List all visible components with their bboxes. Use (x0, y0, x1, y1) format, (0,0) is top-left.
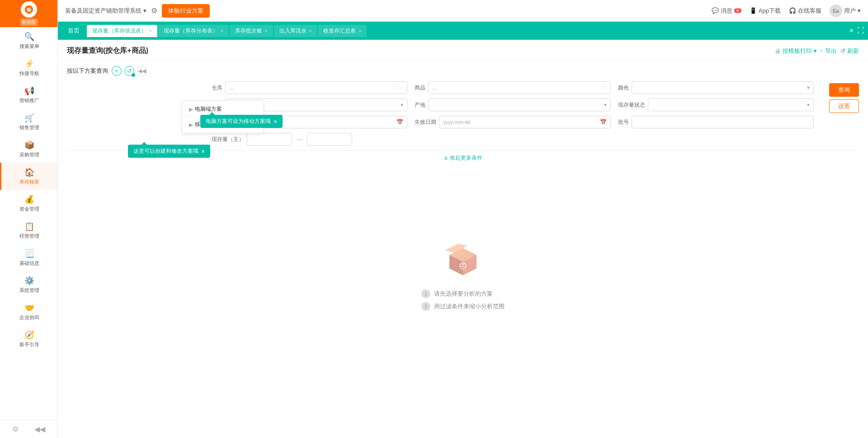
filter-warehouse-placeholder: ... (229, 85, 234, 91)
sidebar-item-sales-label: 销售管理 (19, 124, 39, 131)
user-label: 用户 (844, 7, 856, 15)
sidebar-item-marketing[interactable]: 📢 营销推广 (0, 81, 57, 108)
filter-label: 按以下方案查询 (67, 67, 108, 75)
scheme-tooltip-close[interactable]: × (274, 118, 277, 125)
tab-receive-summary-label: 收发存汇总表 (323, 27, 356, 35)
phone-icon: 📱 (750, 7, 757, 14)
scheme-tooltip: 电脑方案可设为移动方案哦 × (200, 115, 283, 128)
sidebar-item-sales[interactable]: 🛒 销售管理 (0, 108, 57, 136)
online-support-btn[interactable]: 🎧 在线客服 (789, 7, 821, 15)
tab-close-all-btn[interactable]: × (849, 27, 854, 35)
tab-inventory-status[interactable]: 现存量（库存状况表） × (87, 25, 157, 37)
tab-batch-account[interactable]: 库存批次账 × (230, 25, 273, 37)
refresh-btn[interactable]: ↺ 刷新 (840, 47, 859, 55)
search-btn[interactable]: 查询 (829, 83, 859, 97)
sidebar-item-enterprise[interactable]: 🤝 企业协同 (0, 298, 57, 325)
sidebar-item-guide[interactable]: 🧭 新手引导 (0, 325, 57, 353)
produce-date-calendar-icon: 📅 (396, 119, 403, 125)
filter-item-stock-main: 现存量（主） — (212, 133, 407, 146)
sidebar-item-basic-info[interactable]: 📃 基础信息 (0, 244, 57, 271)
tab-in-out-flow[interactable]: 出入库流水 × (274, 25, 317, 37)
sidebar-item-system[interactable]: ⚙️ 系统管理 (0, 271, 57, 298)
user-info[interactable]: Ea 用户 ▾ (830, 5, 861, 17)
filter-stock-status-label: 现存量状态 (618, 101, 645, 109)
app-download-btn[interactable]: 📱 App下载 (750, 7, 781, 15)
filter-item-batch-no: 批号 (618, 116, 814, 128)
sidebar-collapse-btn[interactable]: ◀◀ (34, 425, 45, 433)
sidebar-item-system-label: 系统管理 (19, 287, 39, 294)
filter-back-btn[interactable]: ◀◀ (137, 66, 147, 76)
sidebar-item-marketing-label: 营销推广 (19, 97, 39, 104)
page-header: 现存量查询(按仓库+商品) 🖨 按模板打印 ▾ ↑ 导出 ↺ 刷新 (58, 40, 868, 61)
filter-origin-select[interactable]: ▾ (428, 99, 610, 111)
tab-receive-summary-close[interactable]: × (359, 28, 361, 33)
basic-info-icon: 📃 (24, 249, 34, 259)
sidebar-tag: 标准版 (20, 19, 38, 26)
filter-stock-main-from[interactable] (247, 133, 292, 146)
sidebar-item-inventory[interactable]: 🏠 库存核算 (0, 163, 57, 190)
scheme-item-desktop[interactable]: ▶ 电脑端方案 (183, 103, 263, 116)
print-btn[interactable]: 🖨 按模板打印 ▾ (775, 47, 817, 55)
filter-row-2: 尺码 ▾ 产地 ▾ (67, 99, 814, 111)
tab-inventory-dist[interactable]: 现存量（库存分布表） × (158, 25, 229, 37)
export-btn[interactable]: ↑ 导出 (821, 47, 837, 55)
system-selector[interactable]: 装备及固定资产辅助管理系统 ▾ (65, 7, 146, 15)
sidebar-item-quick-nav[interactable]: ⚡ 快捷导航 (0, 54, 57, 81)
scheme-item-mobile-arrow: ▶ (189, 122, 193, 128)
message-badge: 6 (734, 8, 741, 13)
industry-btn[interactable]: 体验行业方案 (162, 4, 210, 18)
filter-goods-select[interactable]: ... ⋯ (428, 81, 610, 94)
tab-in-out-flow-close[interactable]: × (309, 28, 312, 33)
filter-color-select[interactable]: ▾ (632, 81, 814, 94)
sidebar-item-finance[interactable]: 💰 资金管理 (0, 190, 57, 217)
sidebar-item-purchase[interactable]: 📦 采购管理 (0, 136, 57, 163)
empty-steps: 1 请先选择要分析的方案 2 用过滤条件来缩小分析范围 (421, 289, 505, 311)
gear-btn[interactable]: ⚙ (151, 6, 157, 15)
filter-actions: + ↺ ◀◀ (112, 66, 147, 76)
warehouse-more-icon: ⋯ (399, 85, 403, 90)
content-area: 现存量查询(按仓库+商品) 🖨 按模板打印 ▾ ↑ 导出 ↺ 刷新 (58, 40, 868, 438)
finance-icon: 💰 (24, 194, 34, 204)
main-area: 装备及固定资产辅助管理系统 ▾ ⚙ 体验行业方案 💬 消息 6 📱 App下载 … (58, 0, 868, 438)
expire-date-calendar-icon: 📅 (600, 119, 607, 125)
tab-expand-btn[interactable]: ⛶ (857, 27, 864, 35)
tab-batch-account-close[interactable]: × (265, 28, 268, 33)
header-left: 装备及固定资产辅助管理系统 ▾ ⚙ 体验行业方案 (65, 4, 210, 18)
message-btn[interactable]: 💬 消息 6 (712, 7, 741, 15)
tab-bar-end: × ⛶ (849, 27, 864, 35)
filter-stock-status-select[interactable]: ▾ (648, 99, 814, 111)
sidebar-item-search[interactable]: 🔍 搜索菜单 (0, 27, 57, 54)
tab-receive-summary[interactable]: 收发存汇总表 × (318, 25, 367, 37)
tab-home[interactable]: 首页 (61, 24, 86, 38)
edit-tooltip: 这里可以创建和修改方案哦 × (128, 145, 210, 158)
refresh-icon: ↺ (840, 47, 845, 54)
filter-stock-main-to[interactable] (307, 133, 352, 146)
export-label: 导出 (825, 47, 837, 55)
online-support-label: 在线客服 (798, 7, 821, 15)
sales-icon: 🛒 (24, 113, 34, 123)
empty-state: 1 请先选择要分析的方案 2 用过滤条件来缩小分析范围 (58, 201, 868, 347)
sidebar-item-operations[interactable]: 📋 经营管理 (0, 217, 57, 244)
sidebar-settings-btn[interactable]: ⚙ (12, 425, 19, 433)
header-right: 💬 消息 6 📱 App下载 🎧 在线客服 Ea 用户 ▾ (712, 5, 861, 17)
tab-inventory-status-close[interactable]: × (149, 28, 152, 33)
step-num-2: 2 (421, 302, 430, 311)
filter-batch-no-input[interactable] (632, 116, 814, 128)
collapse-chevron-icon: ∧ (444, 155, 448, 161)
svg-text:畅: 畅 (26, 7, 31, 12)
color-chevron-icon: ▾ (807, 85, 810, 91)
filter-row-4: 现存量（主） — (67, 133, 814, 146)
message-icon: 💬 (712, 7, 719, 14)
set-btn[interactable]: 设置 (829, 99, 859, 113)
tab-inventory-dist-close[interactable]: × (221, 28, 223, 33)
filter-add-btn[interactable]: + (112, 66, 122, 76)
filter-expire-date-input[interactable]: yyyy-mm-dd 📅 (439, 116, 610, 128)
filter-warehouse-select[interactable]: ... ⋯ (225, 81, 407, 94)
svg-point-7 (459, 262, 467, 269)
edit-tooltip-close[interactable]: × (201, 148, 205, 155)
message-label: 消息 (721, 7, 732, 15)
filter-goods-placeholder: ... (432, 85, 437, 91)
filter-origin-label: 产地 (415, 101, 425, 109)
scheme-item-desktop-arrow: ▶ (189, 106, 193, 113)
stock-status-chevron-icon: ▾ (807, 102, 810, 108)
